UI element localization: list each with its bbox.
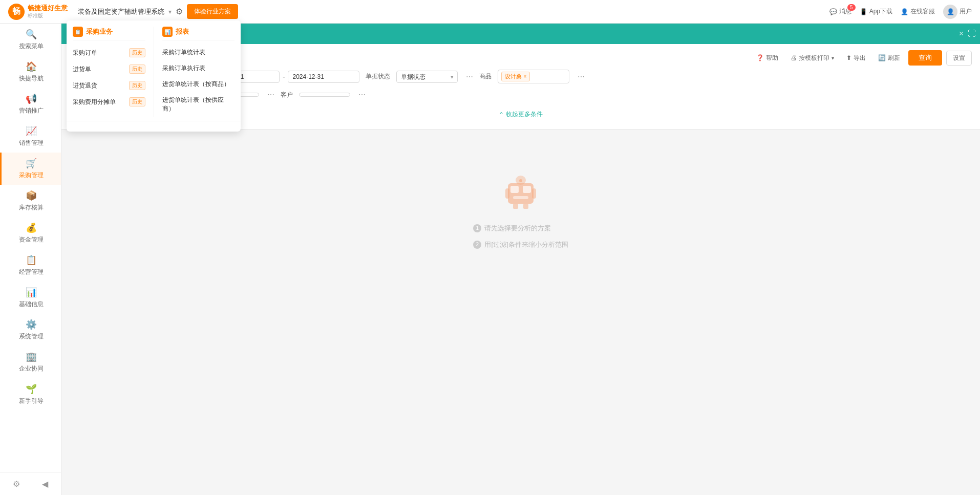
sys-title: 装备及固定资产辅助管理系统 (78, 7, 164, 16)
sidebar-collapse-btn[interactable]: ◀ (42, 479, 48, 489)
inventory-icon: 📦 (26, 190, 37, 201)
finance-icon: 💰 (26, 222, 37, 233)
home-icon: 🏠 (26, 61, 37, 72)
customer-input[interactable] (299, 93, 350, 97)
sidebar-label-quick-nav: 快捷导航 (19, 74, 44, 83)
sidebar-label-basic-info: 基础信息 (19, 300, 44, 309)
tab-maximize-btn[interactable]: ⛶ (968, 29, 976, 38)
svg-rect-3 (513, 196, 528, 199)
dropdown-header: 📋 采购业务 采购订单 历史 进货单 历史 进货退货 历史 采购费用分摊单 历史 (67, 27, 241, 121)
basic-info-icon: 📊 (26, 287, 37, 298)
query-btn[interactable]: 查询 (908, 50, 942, 66)
history-badge-3: 历史 (129, 97, 145, 106)
sidebar-settings-btn[interactable]: ⚙ (13, 479, 20, 489)
settings-small-btn[interactable]: 设置 (946, 51, 972, 66)
dropdown-item-purchase-receipt[interactable]: 进货单 历史 (73, 61, 145, 77)
dropdown-item-purchase-return[interactable]: 进货退货 历史 (73, 77, 145, 94)
sidebar-item-marketing[interactable]: 📢 营销推广 (0, 88, 61, 120)
sidebar-bottom: ⚙ ◀ (0, 472, 61, 495)
sidebar-label-enterprise: 企业协同 (19, 364, 44, 373)
online-service-btn[interactable]: 👤 在线客服 (901, 7, 935, 16)
refresh-icon: 🔄 (878, 54, 886, 61)
goods-tag-text: 设计桑 (505, 73, 522, 80)
svg-point-9 (519, 179, 522, 182)
svg-rect-1 (510, 186, 519, 193)
dropdown-arrow-icon[interactable]: ▾ (168, 8, 172, 15)
purchase-icon: 🛒 (26, 158, 37, 169)
help-icon: ❓ (756, 54, 764, 61)
sidebar-item-system[interactable]: ⚙️ 系统管理 (0, 314, 61, 346)
sidebar-item-inventory[interactable]: 📦 库存核算 (0, 185, 61, 217)
notification-badge: 5 (847, 4, 856, 11)
date-end-input[interactable] (288, 71, 359, 83)
operations-icon: 📋 (26, 254, 37, 266)
customer-label: 客户 (281, 91, 293, 99)
print-icon: 🖨 (791, 54, 797, 61)
export-btn[interactable]: ⬆ 导出 (842, 52, 870, 64)
sidebar-item-operations[interactable]: 📋 经营管理 (0, 249, 61, 282)
report-col-title: 📊 报表 (162, 27, 235, 40)
help-btn[interactable]: ❓ 帮助 (752, 52, 782, 64)
sidebar-item-guide[interactable]: 🌱 新手引导 (0, 378, 61, 411)
tab-close-btn[interactable]: × (959, 29, 964, 38)
user-name: 用户 (960, 7, 972, 16)
purchase-title-icon: 📋 (73, 27, 83, 37)
goods-input-area[interactable]: 设计桑 × (498, 70, 569, 83)
phone-icon: 📱 (860, 8, 867, 15)
dropdown-item-report-receipt-goods[interactable]: 进货单统计表（按商品） (162, 76, 235, 92)
sales-icon: 📈 (26, 125, 37, 137)
dropdown-item-report-order-stat[interactable]: 采购订单统计表 (162, 45, 235, 60)
sidebar-item-purchase[interactable]: 🛒 采购管理 (0, 153, 61, 185)
system-icon: ⚙️ (26, 319, 37, 330)
order-status-select[interactable]: 单据状态 (396, 71, 458, 83)
refresh-btn[interactable]: 🔄 刷新 (874, 52, 904, 64)
sidebar-item-enterprise[interactable]: 🏢 企业协同 (0, 346, 61, 378)
empty-illustration (495, 170, 546, 211)
header-middle: 装备及固定资产辅助管理系统 ▾ ⚙ 体验行业方案 (70, 4, 829, 19)
sidebar-label-finance: 资金管理 (19, 235, 44, 244)
report-title-icon: 📊 (162, 27, 173, 37)
order-status-more[interactable]: ⋯ (466, 73, 473, 81)
notification-icon: 💬 (829, 8, 837, 15)
sidebar-item-sales[interactable]: 📈 销售管理 (0, 120, 61, 153)
sidebar-item-search[interactable]: 🔍 搜索菜单 (0, 24, 61, 56)
guide-icon: 🌱 (26, 383, 37, 395)
collapse-icon: ⌃ (499, 111, 504, 118)
app-download-btn[interactable]: 📱 App下载 (860, 7, 892, 16)
sidebar-label-operations: 经营管理 (19, 268, 44, 276)
header-settings-icon[interactable]: ⚙ (176, 7, 183, 16)
sidebar-label-system: 系统管理 (19, 332, 44, 341)
dropdown-item-purchase-expense[interactable]: 采购费用分摊单 历史 (73, 94, 145, 110)
svg-rect-6 (513, 204, 518, 209)
step2-num: 2 (473, 241, 481, 249)
user-menu-btn[interactable]: 👤 用户 (943, 5, 972, 19)
sidebar: 🔍 搜索菜单 🏠 快捷导航 📢 营销推广 📈 销售管理 🛒 采购管理 📦 库存核… (0, 24, 61, 495)
goods-more[interactable]: ⋯ (578, 73, 585, 81)
logo-text: 畅捷通好生意 标准版 (28, 4, 68, 19)
print-btn[interactable]: 🖨 按模板打印 ▾ (786, 52, 838, 64)
dropdown-item-purchase-order[interactable]: 采购订单 历史 (73, 45, 145, 61)
service-icon: 👤 (901, 8, 908, 15)
empty-tip1: 请先选择要分析的方案 (484, 222, 551, 235)
goods-tag-close[interactable]: × (523, 74, 526, 79)
customer-more[interactable]: ⋯ (358, 91, 366, 99)
search-icon: 🔍 (26, 29, 37, 40)
order-status-select-wrapper: 单据状态 (396, 71, 458, 83)
sidebar-label-guide: 新手引导 (19, 397, 44, 405)
notification-btn[interactable]: 💬 消息 5 (829, 7, 851, 16)
sidebar-item-quick-nav[interactable]: 🏠 快捷导航 (0, 56, 61, 88)
history-badge-1: 历史 (129, 64, 145, 74)
print-dropdown-icon: ▾ (832, 55, 834, 61)
industry-btn[interactable]: 体验行业方案 (187, 4, 238, 19)
dropdown-item-report-receipt-supplier[interactable]: 进货单统计表（按供应商） (162, 92, 235, 117)
tab-bar-controls: × ⛶ (959, 29, 976, 38)
marketing-icon: 📢 (26, 93, 37, 104)
svg-rect-2 (523, 186, 531, 193)
dropdown-item-report-order-exec[interactable]: 采购订单执行表 (162, 60, 235, 76)
svg-rect-7 (523, 204, 528, 209)
sidebar-item-finance[interactable]: 💰 资金管理 (0, 217, 61, 249)
sidebar-item-basic-info[interactable]: 📊 基础信息 (0, 282, 61, 314)
purchase-col: 📋 采购业务 采购订单 历史 进货单 历史 进货退货 历史 采购费用分摊单 历史 (67, 27, 152, 117)
salesperson-more[interactable]: ⋯ (267, 91, 274, 99)
logo-area: 畅 畅捷通好生意 标准版 (8, 4, 70, 20)
